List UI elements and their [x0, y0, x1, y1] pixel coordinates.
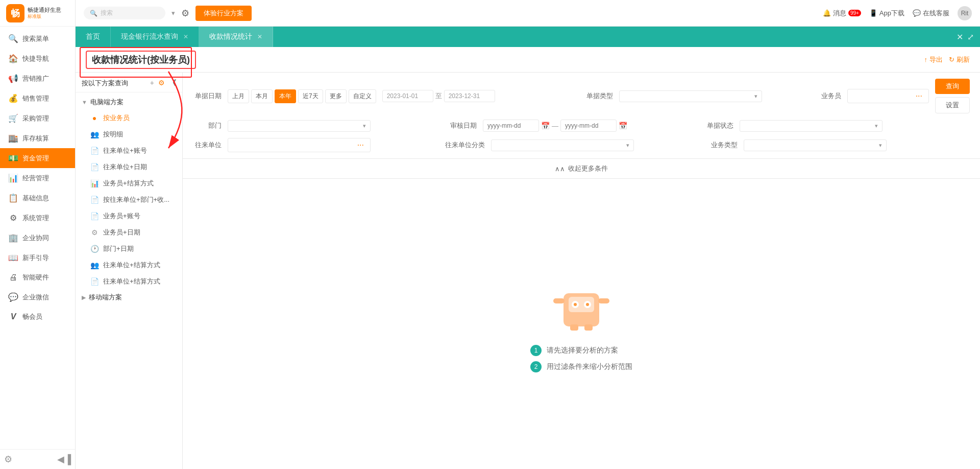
scheme-item-partner-date[interactable]: 📄 往来单位+日期: [76, 159, 182, 175]
salesperson-dots-icon[interactable]: ···: [916, 91, 922, 101]
review-date-from-input[interactable]: [483, 120, 539, 132]
add-scheme-button[interactable]: +: [150, 79, 154, 88]
date-btn-7days[interactable]: 近7天: [298, 89, 323, 103]
date-from-input[interactable]: [382, 90, 433, 102]
scheme-header-label: 按以下方案查询: [82, 79, 128, 88]
review-date-to-input[interactable]: [560, 120, 617, 132]
category-select[interactable]: ▾: [619, 90, 762, 102]
sidebar-item-enterprise[interactable]: 🏢 企业协同: [0, 228, 75, 248]
topbar: 🔍 搜索 ▾ ⚙ 体验行业方案 🔔 消息 99+ 📱 App下载 💬 在线客服 …: [76, 0, 980, 27]
sidebar-item-sales[interactable]: 💰 销售管理: [0, 88, 75, 108]
scheme-item-partner-settlement1[interactable]: 👥 往来单位+结算方式: [76, 257, 182, 273]
notification-label: 消息: [833, 9, 846, 18]
date-btn-this-month[interactable]: 本月: [251, 89, 273, 103]
topbar-search-icon: 🔍: [90, 10, 97, 17]
tab-home[interactable]: 首页: [76, 27, 111, 47]
settings-bottom-icon[interactable]: ⚙: [4, 454, 12, 465]
refresh-button[interactable]: ↻ 刷新: [949, 55, 970, 64]
date-btn-last-month[interactable]: 上月: [228, 89, 249, 103]
date-btn-this-year[interactable]: 本年: [275, 89, 296, 103]
scheme-group-pc[interactable]: ▼ 电脑端方案: [76, 95, 182, 110]
scheme-item-label: 按往来单位+部门+收...: [103, 195, 169, 204]
scheme-item-partner-settlement2[interactable]: 📄 往来单位+结算方式: [76, 273, 182, 290]
empty-step-1: 1 请先选择要分析的方案: [530, 345, 632, 356]
collapse-bar[interactable]: ∧∧ 收起更多条件: [183, 159, 980, 179]
partner-dots-icon[interactable]: ···: [357, 140, 364, 150]
user-avatar[interactable]: Rit: [958, 6, 972, 20]
filter-row-1: 单据日期 上月 本月 本年 近7天 更多 自定义 至: [193, 79, 970, 113]
settings-scheme-button[interactable]: ⚙: [158, 79, 165, 88]
online-service-button[interactable]: 💬 在线客服: [913, 9, 949, 18]
scheme-item-detail[interactable]: 👥 按明细: [76, 126, 182, 143]
salesperson-select[interactable]: ···: [847, 89, 929, 103]
scheme-item-partner-account[interactable]: 📄 往来单位+账号: [76, 143, 182, 159]
page-actions: ↑ 导出 ↻ 刷新: [924, 55, 970, 64]
step-num-1: 1: [530, 345, 542, 356]
scheme-item-partner-dept[interactable]: 📄 按往来单位+部门+收...: [76, 192, 182, 208]
scheme-item-salesperson-account[interactable]: 📄 业务员+账号: [76, 208, 182, 224]
review-date-calendar-icon2[interactable]: 📅: [619, 122, 627, 130]
topbar-gear-icon[interactable]: ⚙: [181, 8, 189, 19]
partner-category-select[interactable]: ▾: [491, 139, 634, 151]
category-caret: ▾: [754, 93, 757, 100]
date-to-input[interactable]: [444, 90, 495, 102]
collapse-scheme-button[interactable]: 《: [169, 79, 176, 88]
category-label: 单据类型: [584, 91, 613, 101]
filter-row-3: 往来单位 ··· 往来单位分类 ▾ 业务类型 ▾: [193, 138, 970, 152]
sidebar-item-guide[interactable]: 📖 新手引导: [0, 248, 75, 268]
notification-button[interactable]: 🔔 消息 99+: [823, 9, 861, 18]
scheme-item-dept-date[interactable]: 🕐 部门+日期: [76, 241, 182, 257]
member-icon: V: [8, 312, 18, 321]
topbar-dropdown-icon[interactable]: ▾: [172, 9, 175, 17]
sidebar-item-label: 系统管理: [22, 214, 49, 223]
partner-select[interactable]: ···: [228, 138, 371, 152]
dept-caret: ▾: [363, 123, 366, 129]
sidebar-item-inventory[interactable]: 🏬 库存核算: [0, 128, 75, 148]
date-btn-custom[interactable]: 自定义: [349, 89, 376, 103]
sidebar-item-operation[interactable]: 📊 经营管理: [0, 168, 75, 188]
tab-collection-stats-close[interactable]: ✕: [257, 33, 262, 40]
sidebar-item-marketing[interactable]: 📢 营销推广: [0, 68, 75, 88]
trial-plan-button[interactable]: 体验行业方案: [195, 6, 252, 21]
date-btn-more[interactable]: 更多: [325, 89, 347, 103]
tab-collection-stats-label: 收款情况统计: [209, 32, 252, 41]
notification-badge: 99+: [848, 10, 861, 16]
biz-type-select[interactable]: ▾: [744, 139, 887, 151]
sidebar-item-capital[interactable]: 💵 资金管理: [0, 148, 75, 168]
settings-button[interactable]: 设置: [935, 97, 970, 113]
scheme-group-mobile[interactable]: ▶ 移动端方案: [76, 290, 182, 305]
tab-collection-stats[interactable]: 收款情况统计 ✕: [199, 27, 273, 47]
doc-icon4: 📄: [90, 212, 99, 220]
sidebar-item-search[interactable]: 🔍 搜索菜单: [0, 29, 75, 49]
sidebar: 畅 畅捷通好生意 标准版 🔍 搜索菜单 🏠 快捷导航 📢 营销推广 💰 销售管理…: [0, 0, 76, 469]
logo-text: 畅捷通好生意: [28, 6, 61, 13]
scheme-item-salesperson-date[interactable]: ⚙ 业务员+日期: [76, 224, 182, 241]
step-num-2: 2: [530, 361, 542, 372]
tab-bank-flow-close[interactable]: ✕: [183, 33, 188, 40]
export-button[interactable]: ↑ 导出: [924, 55, 943, 64]
status-select[interactable]: ▾: [740, 120, 883, 132]
doc-icon5: 📄: [90, 277, 99, 286]
topbar-search[interactable]: 🔍 搜索: [84, 7, 165, 19]
sidebar-item-quick-nav[interactable]: 🏠 快捷导航: [0, 49, 75, 68]
maximize-button[interactable]: ⤢: [967, 32, 974, 42]
sidebar-item-basic-info[interactable]: 📋 基础信息: [0, 188, 75, 208]
robot-illustration: [551, 275, 612, 337]
scheme-item-salesperson-settlement[interactable]: 📊 业务员+结算方式: [76, 175, 182, 192]
review-date-calendar-icon[interactable]: 📅: [541, 122, 550, 130]
collapse-sidebar-icon[interactable]: ◀▐: [57, 454, 71, 465]
sidebar-item-wechat[interactable]: 💬 企业微信: [0, 287, 75, 307]
purchase-icon: 🛒: [8, 113, 18, 123]
left-panel: 按以下方案查询 + ⚙ 《 ▼ 电脑端方案 ● 按业务员 👥: [76, 73, 183, 469]
close-all-tabs-button[interactable]: ✕: [957, 32, 963, 42]
tab-bank-flow[interactable]: 现金银行流水查询 ✕: [111, 27, 199, 47]
chevron-right-icon: ▶: [82, 294, 86, 301]
scheme-item-by-salesperson[interactable]: ● 按业务员: [76, 110, 182, 126]
sidebar-item-smart-hw[interactable]: 🖨 智能硬件: [0, 268, 75, 287]
query-button[interactable]: 查询: [935, 79, 970, 94]
sidebar-item-purchase[interactable]: 🛒 采购管理: [0, 108, 75, 128]
sidebar-item-system[interactable]: ⚙ 系统管理: [0, 208, 75, 228]
sidebar-item-member[interactable]: V 畅会员: [0, 307, 75, 326]
app-download-button[interactable]: 📱 App下载: [869, 9, 904, 18]
dept-select[interactable]: ▾: [228, 120, 371, 132]
